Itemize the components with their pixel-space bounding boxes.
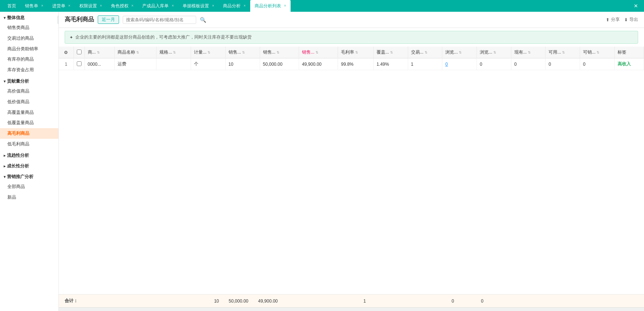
row-sales-profit: 49,900.00	[299, 58, 338, 70]
sidebar-item-new-goods[interactable]: 新品	[0, 192, 58, 203]
chevron-down-icon: ▾	[4, 175, 6, 179]
col-available: 可用... ⇅	[546, 47, 580, 58]
sidebar-item-stock-capital[interactable]: 库存资金占用	[0, 65, 58, 75]
row-name: 运费	[114, 58, 156, 70]
nav-product-analysis-list[interactable]: 商品分析列表 ×	[250, 0, 291, 12]
close-icon[interactable]: ×	[172, 0, 174, 12]
footer-current-stock: 0	[431, 299, 460, 304]
sidebar-item-sales-goods[interactable]: 销售类商品	[0, 22, 58, 33]
sidebar-section-trend[interactable]: ▸ 流趋性分析	[0, 149, 58, 160]
sort-icon: ⇅	[597, 51, 600, 54]
sort-icon: ⇅	[97, 51, 100, 54]
footer-totals: 合计： 10 50,000.00 49,900.00 1 0 0	[59, 294, 644, 307]
window-close-button[interactable]: ✕	[631, 3, 641, 9]
col-sales-qty: 销售... ⇅	[225, 47, 260, 58]
row-trade: 1	[408, 58, 442, 70]
close-icon[interactable]: ×	[284, 0, 286, 12]
table-container: ⚙ 商... ⇅ 商品名称	[59, 47, 644, 294]
sidebar-item-low-margin[interactable]: 低毛利商品	[0, 139, 58, 149]
sidebar-item-high-coverage[interactable]: 高覆盖量商品	[0, 107, 58, 118]
nav-roles[interactable]: 角色授权 ×	[107, 0, 138, 12]
row-available: 0	[546, 58, 580, 70]
col-tag: 标签	[614, 47, 644, 58]
sidebar-section-contribution[interactable]: ▾ 贡献量分析	[0, 75, 58, 86]
footer-sales-profit: 49,900.00	[254, 299, 284, 304]
close-icon[interactable]: ×	[68, 0, 71, 12]
select-all-checkbox[interactable]	[77, 50, 82, 54]
page-title: 高毛利商品	[65, 16, 94, 23]
sort-icon: ⇅	[390, 51, 393, 54]
sidebar-item-high-value[interactable]: 高价值商品	[0, 86, 58, 97]
close-icon[interactable]: ×	[212, 0, 214, 12]
sidebar-item-low-coverage[interactable]: 低覆盖量商品	[0, 117, 58, 128]
top-nav: 首页 销售单 × 进货单 × 权限设置 × 角色授权 × 产成品入库单 × 单据…	[0, 0, 644, 12]
nav-home[interactable]: 首页	[3, 0, 21, 12]
col-coverage: 覆盖... ⇅	[373, 47, 408, 58]
col-trade: 交易... ⇅	[408, 47, 442, 58]
row-checkbox-cell[interactable]	[73, 58, 84, 70]
footer-sales-qty: 10	[195, 299, 225, 304]
close-icon[interactable]: ×	[132, 0, 134, 12]
sidebar-section-overall[interactable]: ▾ 整体信息	[0, 12, 58, 22]
nav-product-stock[interactable]: 产成品入库单 ×	[138, 0, 178, 12]
row-saleable: 0	[580, 58, 615, 70]
col-checkbox[interactable]	[73, 47, 84, 58]
nav-product-analysis[interactable]: 商品分析 ×	[219, 0, 250, 12]
row-gross-margin: 99.8%	[338, 58, 374, 70]
row-sales-amount: 50,000.00	[260, 58, 299, 70]
header-actions: ⬆ 分享 ⬇ 导出	[606, 17, 638, 23]
col-name: 商品名称 ⇅	[114, 47, 156, 58]
sort-icon: ⇅	[528, 51, 531, 54]
sidebar-item-traded-goods[interactable]: 交易过的商品	[0, 33, 58, 44]
nav-permissions[interactable]: 权限设置 ×	[75, 0, 107, 12]
nav-template[interactable]: 单据模板设置 ×	[178, 0, 219, 12]
row-browse1[interactable]: 0	[442, 58, 477, 70]
col-sales-profit: 销售... ⇅	[299, 47, 338, 58]
close-icon[interactable]: ×	[41, 0, 43, 12]
col-settings[interactable]: ⚙	[59, 47, 73, 58]
col-sales-amount: 销售... ⇅	[260, 47, 299, 58]
close-icon[interactable]: ×	[244, 0, 246, 12]
sidebar-section-marketing[interactable]: ▾ 营销推广分析	[0, 171, 58, 181]
export-button[interactable]: ⬇ 导出	[624, 17, 638, 23]
row-code: 0000...	[84, 58, 114, 70]
sidebar-toggle[interactable]: «	[58, 15, 59, 24]
sidebar-item-high-margin[interactable]: 高毛利商品	[0, 128, 58, 139]
row-tag: 高收入	[614, 58, 644, 70]
sort-icon: ⇅	[208, 51, 211, 54]
sidebar-item-category-sales-rate[interactable]: 商品分类助销率	[0, 44, 58, 54]
row-number: 1	[59, 58, 73, 70]
data-table: ⚙ 商... ⇅ 商品名称	[59, 47, 644, 70]
share-icon: ⬆	[606, 17, 609, 22]
row-checkbox[interactable]	[77, 61, 82, 66]
search-button[interactable]: 🔍	[200, 17, 206, 23]
info-banner: ✦ 企业的主要的利润都是这部分商品创造的，可考虑加大推广，同时关注库存是不要出现…	[65, 31, 638, 44]
filter-recent-month-button[interactable]: 近一月	[98, 15, 119, 24]
col-spec: 规格... ⇅	[156, 47, 191, 58]
content-header: 高毛利商品 近一月 🔍 ⬆ 分享 ⬇ 导出	[59, 12, 644, 28]
sort-icon: ⇅	[459, 51, 462, 54]
sidebar-item-in-stock-goods[interactable]: 有库存的商品	[0, 54, 58, 65]
col-browse1: 浏览... ⇅	[442, 47, 477, 58]
sort-icon: ⇅	[173, 51, 176, 54]
footer-sales-amount: 50,000.00	[225, 299, 254, 304]
sort-icon: ⇅	[242, 51, 245, 54]
sidebar: « ▾ 整体信息 销售类商品 交易过的商品 商品分类助销率 有库存的商品 库存资…	[0, 12, 59, 311]
col-browse2: 浏览... ⇅	[476, 47, 511, 58]
search-input[interactable]	[123, 16, 196, 24]
col-saleable: 可销... ⇅	[580, 47, 615, 58]
row-spec	[156, 58, 191, 70]
content-area: 高毛利商品 近一月 🔍 ⬆ 分享 ⬇ 导出 ✦ 企业的主要的利润都是这部分商品创…	[59, 12, 644, 311]
sidebar-item-low-value[interactable]: 低价值商品	[0, 97, 58, 107]
sidebar-section-growth[interactable]: ▸ 成长性分析	[0, 160, 58, 171]
share-button[interactable]: ⬆ 分享	[606, 17, 620, 23]
sort-icon: ⇅	[355, 51, 358, 54]
info-icon: ✦	[69, 35, 73, 40]
nav-purchase[interactable]: 进货单 ×	[48, 0, 75, 12]
sidebar-item-all-goods[interactable]: 全部商品	[0, 181, 58, 192]
horizontal-scrollbar[interactable]	[59, 307, 644, 311]
close-icon[interactable]: ×	[100, 0, 102, 12]
table-body: 1 0000... 运费 个 10 50,000.00 49,900.00 99…	[59, 58, 644, 70]
col-gross-margin: 毛利率 ⇅	[338, 47, 374, 58]
nav-sales[interactable]: 销售单 ×	[21, 0, 48, 12]
